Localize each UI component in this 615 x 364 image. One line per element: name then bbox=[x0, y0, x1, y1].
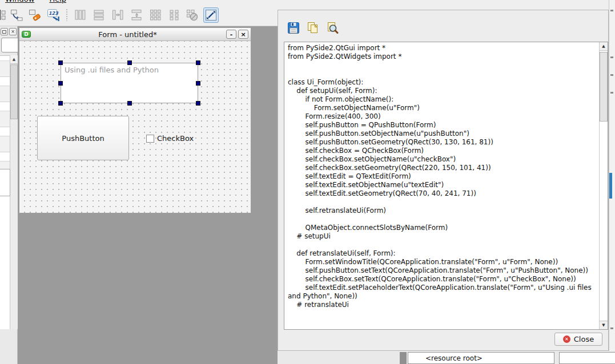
resource-root-item[interactable]: <resource root> bbox=[408, 352, 554, 364]
designer-form-icon: D bbox=[22, 31, 31, 38]
widget-filter-input[interactable] bbox=[1, 38, 19, 52]
pushbutton-widget[interactable]: PushButton bbox=[37, 116, 129, 160]
layout-grid-icon[interactable] bbox=[148, 7, 163, 23]
generated-python-code[interactable]: from PySide2.QtGui import * from PySide2… bbox=[288, 44, 597, 309]
form-window-titlebar[interactable]: D Form - untitled* - × bbox=[19, 28, 251, 41]
dialog-close-button[interactable]: ✕ Close bbox=[554, 333, 602, 346]
save-icon[interactable] bbox=[286, 21, 301, 35]
checkbox-box[interactable] bbox=[146, 135, 154, 143]
widget-box-panel: × ▲ bbox=[0, 26, 18, 364]
scroll-up-icon[interactable]: ▲ bbox=[10, 55, 18, 64]
right-panel-accent bbox=[609, 173, 612, 199]
bottom-dock-strip: <resource root> bbox=[278, 351, 615, 364]
textedit-placeholder: Using .ui files and Python bbox=[61, 63, 198, 76]
close-circle-icon: ✕ bbox=[563, 335, 570, 343]
edit-signals-slots-icon[interactable] bbox=[9, 7, 25, 23]
scrollbar-thumb[interactable] bbox=[10, 64, 18, 119]
layout-form-icon[interactable] bbox=[167, 7, 182, 23]
panel-fragment bbox=[0, 169, 10, 196]
resource-root-label: <resource root> bbox=[425, 354, 483, 362]
resize-handle[interactable] bbox=[196, 81, 200, 86]
edit-tab-order-icon[interactable]: 123 bbox=[46, 7, 61, 23]
close-button-label: Close bbox=[574, 335, 594, 343]
scroll-up-icon[interactable]: ▲ bbox=[600, 42, 608, 51]
float-icon[interactable] bbox=[1, 28, 8, 35]
widget-category-row[interactable] bbox=[0, 86, 10, 102]
layout-split-horizontal-icon[interactable] bbox=[110, 7, 126, 23]
find-icon[interactable] bbox=[325, 21, 340, 35]
tab-order-123-text: 123 bbox=[49, 11, 59, 16]
widget-category-row[interactable] bbox=[0, 60, 10, 77]
form-editor-window: D Form - untitled* - × Using .ui files a… bbox=[19, 27, 251, 213]
adjust-size-icon[interactable] bbox=[203, 7, 219, 23]
dock-fragment bbox=[400, 352, 407, 364]
toolbar-separator bbox=[66, 9, 67, 21]
form-window-title: Form - untitled* bbox=[31, 30, 224, 39]
form-canvas[interactable]: Using .ui files and Python PushButton Ch… bbox=[19, 41, 251, 213]
resize-handle[interactable] bbox=[58, 81, 63, 86]
break-layout-icon[interactable] bbox=[184, 7, 200, 23]
pushbutton-label: PushButton bbox=[62, 134, 104, 143]
copy-icon[interactable] bbox=[306, 21, 320, 35]
scrollbar-thumb[interactable] bbox=[600, 52, 608, 122]
checkbox-label: CheckBox bbox=[157, 134, 194, 143]
resize-handle[interactable] bbox=[58, 101, 63, 106]
code-scrollbar[interactable]: ▲ ▼ bbox=[599, 42, 608, 329]
textedit-widget[interactable]: Using .ui files and Python bbox=[61, 63, 198, 103]
edit-widgets-icon[interactable] bbox=[0, 7, 7, 23]
widget-category-row[interactable] bbox=[0, 111, 10, 127]
resize-handle[interactable] bbox=[127, 60, 132, 65]
close-button[interactable]: × bbox=[238, 30, 248, 39]
resource-panel-fragment bbox=[559, 352, 615, 364]
checkbox-widget[interactable]: CheckBox bbox=[146, 127, 204, 150]
close-icon[interactable]: × bbox=[9, 28, 17, 35]
widget-category-row[interactable] bbox=[0, 136, 10, 152]
code-view[interactable]: from PySide2.QtGui import * from PySide2… bbox=[284, 42, 608, 330]
layout-split-vertical-icon[interactable] bbox=[129, 7, 144, 23]
layout-horizontal-icon[interactable] bbox=[73, 7, 88, 23]
edit-buddies-icon[interactable] bbox=[27, 7, 43, 23]
widget-list-scrollbar[interactable]: ▲ bbox=[10, 55, 18, 329]
resize-handle[interactable] bbox=[127, 101, 132, 106]
resize-handle[interactable] bbox=[196, 60, 200, 65]
resize-handle[interactable] bbox=[58, 60, 63, 65]
minimize-button[interactable]: - bbox=[226, 30, 236, 39]
scroll-down-icon[interactable]: ▼ bbox=[600, 321, 608, 329]
layout-vertical-icon[interactable] bbox=[91, 7, 107, 23]
right-edge-panel bbox=[609, 0, 615, 364]
code-preview-dialog: from PySide2.QtGui import * from PySide2… bbox=[278, 10, 609, 351]
resize-handle[interactable] bbox=[196, 101, 200, 106]
